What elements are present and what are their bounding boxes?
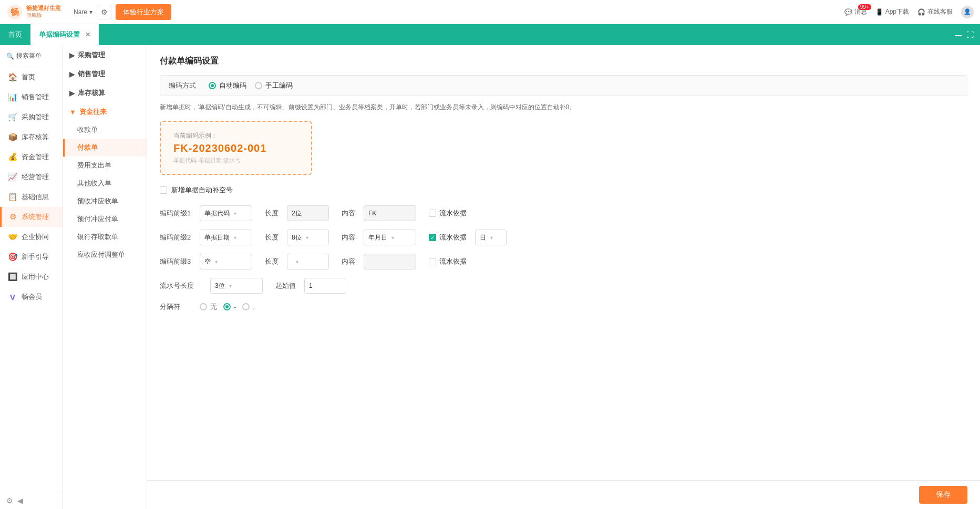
prefix1-serial-checkbox[interactable] — [429, 210, 436, 217]
prefix3-arrow-icon: ▾ — [215, 259, 218, 265]
sep-dash-radio[interactable] — [223, 303, 231, 310]
sub-group-purchase-label: 采购管理 — [78, 50, 105, 60]
sidebar-item-basic-info[interactable]: 📋 基础信息 — [0, 187, 63, 207]
sub-group-sales-title[interactable]: ▶ 销售管理 — [63, 64, 147, 83]
sub-group-sales-label: 销售管理 — [78, 69, 105, 79]
sidebar-settings-button[interactable]: ⚙ — [6, 496, 13, 505]
manual-code-radio[interactable] — [255, 82, 262, 89]
manual-code-option[interactable]: 手工编码 — [255, 81, 293, 90]
prefix3-length-select[interactable]: ▾ — [287, 254, 329, 269]
sep-dot-option[interactable]: . — [242, 303, 255, 311]
sidebar-item-sales[interactable]: 📊 销售管理 — [0, 87, 63, 107]
window-maximize-icon[interactable]: ⛶ — [966, 30, 974, 39]
system-icon: ⚙ — [8, 212, 17, 222]
tab-encode-label: 单据编码设置 — [39, 30, 80, 39]
prefix2-period-select[interactable]: 日 ▾ — [475, 230, 507, 245]
prefix1-serial-checkbox-group: 流水依据 — [429, 209, 467, 218]
search-menu-button[interactable]: 🔍 搜索菜单 — [4, 49, 58, 63]
prefix3-select[interactable]: 空 ▾ — [200, 254, 252, 269]
sidebar-finance-label: 资金管理 — [22, 152, 49, 162]
prefix2-content-select[interactable]: 年月日 ▾ — [364, 230, 416, 245]
sidebar-nav: 🏠 首页 📊 销售管理 🛒 采购管理 📦 库存核算 💰 资金管理 📈 经 — [0, 67, 63, 492]
tab-encode-settings[interactable]: 单据编码设置 ✕ — [30, 24, 99, 45]
sep-none-option[interactable]: 无 — [200, 302, 217, 311]
sub-group-inventory: ▶ 库存核算 — [63, 83, 147, 102]
sub-item-prepay-offset2[interactable]: 预付冲应付单 — [63, 210, 147, 228]
top-header: 畅 畅捷通好生意 旗舰版 Nare ▾ ⚙ 体验行业方案 💬 消息 99+ 📱 … — [0, 0, 980, 24]
sidebar-collapse-button[interactable]: ◀ — [17, 496, 23, 505]
header-right: 💬 消息 99+ 📱 App下载 🎧 在线客服 👤 — [844, 6, 974, 18]
messages-button[interactable]: 💬 消息 99+ — [844, 7, 867, 16]
prefix2-length-select[interactable]: 8位 ▾ — [287, 230, 329, 245]
sub-group-capital-title[interactable]: ▼ 资金往来 — [63, 102, 147, 121]
user-avatar[interactable]: 👤 — [961, 6, 974, 18]
auto-fill-checkbox[interactable] — [160, 186, 167, 194]
logo-sub: 旗舰版 — [26, 12, 61, 19]
inventory-icon: 📦 — [8, 132, 17, 142]
company-dropdown[interactable]: Nare ▾ — [74, 8, 92, 16]
tab-close-icon[interactable]: ✕ — [85, 31, 90, 38]
prefix1-serial-label: 流水依据 — [439, 209, 467, 218]
prefix1-content-label: 内容 — [342, 209, 355, 218]
app-download-button[interactable]: 📱 App下载 — [875, 7, 909, 16]
prefix2-arrow-icon: ▾ — [234, 235, 236, 241]
sidebar-item-home[interactable]: 🏠 首页 — [0, 67, 63, 87]
start-value-input[interactable] — [304, 278, 346, 294]
sub-group-purchase-title[interactable]: ▶ 采购管理 — [63, 45, 147, 64]
sub-group-purchase: ▶ 采购管理 — [63, 45, 147, 64]
sub-item-bank[interactable]: 银行存取款单 — [63, 228, 147, 246]
auto-code-radio[interactable] — [209, 82, 216, 89]
prefix3-serial-checkbox[interactable] — [429, 258, 436, 265]
sub-group-inventory-title[interactable]: ▶ 库存核算 — [63, 83, 147, 102]
coding-radio-group: 自动编码 手工编码 — [209, 81, 293, 90]
prefix2-content-label: 内容 — [342, 233, 355, 242]
sub-item-other-income[interactable]: 其他收入单 — [63, 174, 147, 192]
sep-dash-option[interactable]: - — [223, 303, 236, 311]
finance-icon: 💰 — [8, 152, 17, 162]
sub-item-expense[interactable]: 费用支出单 — [63, 157, 147, 174]
save-button[interactable]: 保存 — [919, 486, 967, 504]
sidebar-footer: ⚙ ◀ — [0, 492, 63, 509]
sub-item-receipt[interactable]: 收款单 — [63, 121, 147, 139]
bottom-bar: 保存 — [147, 480, 980, 509]
sidebar-item-inventory[interactable]: 📦 库存核算 — [0, 127, 63, 147]
prefix2-select[interactable]: 单据日期 ▾ — [200, 230, 252, 245]
sub-item-prepay-offset[interactable]: 预收冲应收单 — [63, 192, 147, 210]
sidebar-item-member[interactable]: V 畅会员 — [0, 287, 63, 307]
chevron-right-icon-sales: ▶ — [69, 70, 75, 78]
sidebar-enterprise-label: 企业协同 — [22, 232, 49, 242]
sidebar-item-system[interactable]: ⚙ 系统管理 — [0, 207, 63, 227]
logo-area: 畅 畅捷通好生意 旗舰版 — [6, 4, 69, 20]
sep-dot-radio[interactable] — [242, 303, 250, 310]
app-download-label: App下载 — [885, 7, 909, 16]
sidebar-item-app-center[interactable]: 🔲 应用中心 — [0, 267, 63, 287]
window-minimize-icon[interactable]: — — [955, 30, 962, 39]
trial-button[interactable]: 体验行业方案 — [116, 4, 171, 20]
prefix1-select[interactable]: 单据代码 ▾ — [200, 205, 252, 221]
serial-length-select[interactable]: 3位 ▾ — [210, 278, 263, 294]
sep-none-label: 无 — [210, 302, 217, 311]
sidebar-search-area: 🔍 搜索菜单 — [0, 45, 63, 67]
settings-gear-button[interactable]: ⚙ — [97, 5, 111, 19]
prefix2-serial-checkbox[interactable]: ✓ — [429, 234, 436, 241]
service-icon: 🎧 — [917, 8, 925, 16]
prefix1-length-select: 2位 — [287, 205, 329, 221]
tab-home[interactable]: 首页 — [0, 24, 30, 45]
sub-item-payment[interactable]: 付款单 — [63, 139, 147, 157]
prefix3-content-input — [364, 254, 416, 269]
separator-label: 分隔符 — [160, 302, 191, 311]
sidebar-sales-label: 销售管理 — [22, 92, 49, 102]
auto-code-option[interactable]: 自动编码 — [209, 81, 246, 90]
prefix1-row: 编码前缀1 单据代码 ▾ 长度 2位 内容 FK 流水依据 — [160, 205, 967, 221]
sidebar-item-enterprise[interactable]: 🤝 企业协同 — [0, 227, 63, 247]
sidebar-item-operations[interactable]: 📈 经营管理 — [0, 167, 63, 187]
online-service-button[interactable]: 🎧 在线客服 — [917, 7, 953, 16]
sidebar-item-guide[interactable]: 🎯 新手引导 — [0, 247, 63, 267]
sub-item-ar-ap-adjust[interactable]: 应收应付调整单 — [63, 246, 147, 264]
prefix3-row: 编码前缀3 空 ▾ 长度 ▾ 内容 流水依据 — [160, 254, 967, 269]
sidebar-item-purchase[interactable]: 🛒 采购管理 — [0, 107, 63, 127]
preview-value: FK-20230602-001 — [173, 142, 298, 154]
search-icon: 🔍 — [6, 53, 14, 60]
sep-none-radio[interactable] — [200, 303, 207, 310]
sidebar-item-finance[interactable]: 💰 资金管理 — [0, 147, 63, 167]
